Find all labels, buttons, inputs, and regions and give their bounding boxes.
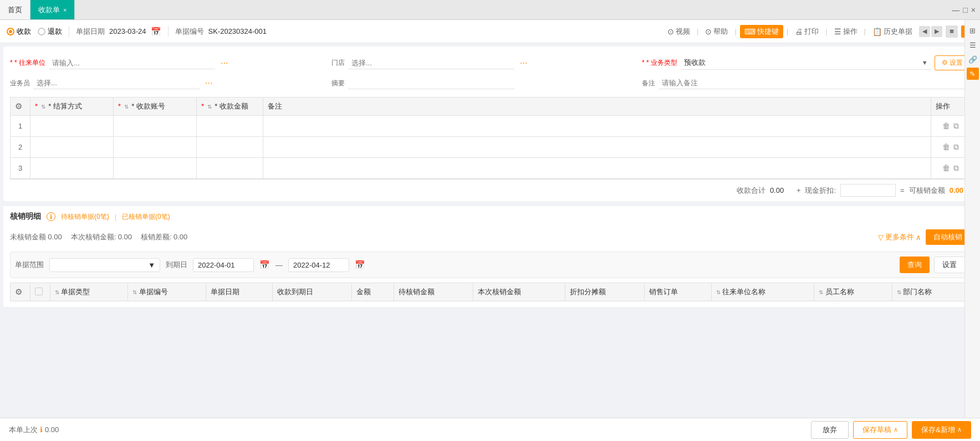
row-1-account[interactable] (114, 116, 197, 137)
row-1-delete-icon[interactable]: 🗑 (942, 121, 950, 131)
counterpart-input[interactable] (49, 57, 215, 69)
table-settings-icon[interactable]: ⚙ (15, 101, 22, 111)
row-1-method[interactable] (30, 116, 114, 137)
row-2-remark[interactable] (263, 137, 931, 158)
sidebar-edit-icon[interactable]: ✎ (967, 68, 979, 80)
counterpart-label: * 往来单位 (10, 58, 45, 68)
date-start-input[interactable] (193, 258, 254, 272)
row-1-amount[interactable] (197, 116, 263, 137)
select-all-checkbox[interactable] (35, 288, 43, 295)
sidebar-attach-icon[interactable]: 🔗 (967, 53, 979, 65)
salesperson-field: 业务员 ··· (10, 77, 298, 89)
window-minimize-btn[interactable]: — (952, 6, 959, 14)
query-settings-btn[interactable]: 设置 (934, 257, 965, 273)
remark-field: 备注 (642, 77, 970, 89)
store-input[interactable] (348, 57, 514, 69)
receipt-type-group: 收款 退款 (7, 27, 62, 37)
bt-col-number-label: 单据编号 (139, 288, 168, 296)
help-label: 帮助 (713, 27, 728, 37)
sidebar-list-icon[interactable]: ☰ (967, 39, 979, 51)
remark-input[interactable] (659, 77, 970, 89)
row-3-copy-icon[interactable]: ⧉ (953, 163, 959, 173)
history-btn[interactable]: 📋 历史单据 (869, 25, 916, 38)
row-2-actions: 🗑 ⧉ (931, 137, 970, 158)
salesperson-more-btn[interactable]: ··· (203, 78, 215, 88)
shortcut-btn[interactable]: ⌨ 快捷键 (740, 25, 783, 38)
help-btn[interactable]: ⊙ 帮助 (702, 25, 731, 38)
radio-refund[interactable]: 退款 (38, 27, 62, 37)
abstract-field: 摘要 (331, 77, 609, 89)
window-maximize-btn[interactable]: □ (963, 6, 967, 14)
date-end-input[interactable] (288, 258, 349, 272)
stats-row: 未核销金额 0.00 本次核销金额: 0.00 核销差额: 0.00 ▽ 更多条… (10, 226, 970, 248)
window-close-btn[interactable]: × (971, 6, 976, 14)
window-controls: — □ × (952, 6, 980, 14)
date-calendar-icon[interactable]: 📅 (151, 27, 161, 37)
verified-tab-link[interactable]: 已核销单据(0笔) (122, 212, 170, 222)
row-2-method[interactable] (30, 137, 114, 158)
footer-info-label: 本单上次 (9, 425, 38, 435)
operation-btn[interactable]: ☰ 操作 (831, 25, 861, 38)
divider-2 (168, 26, 169, 37)
filter-actions: ▽ 更多条件 ∧ 自动核销 (878, 229, 970, 245)
auto-verify-btn[interactable]: 自动核销 (926, 229, 970, 245)
row-3-amount[interactable] (197, 158, 263, 179)
row-2-amount[interactable] (197, 137, 263, 158)
abstract-label: 摘要 (331, 79, 345, 88)
bt-col-checkbox-header[interactable] (30, 283, 50, 301)
col-amount-header: * ⇅ * 收款金额 (197, 98, 263, 116)
next-arrow[interactable]: ▶ (931, 26, 942, 37)
tab-home[interactable]: 首页 (0, 0, 30, 19)
counterpart-more-btn[interactable]: ··· (218, 58, 230, 68)
discount-input[interactable] (840, 184, 896, 197)
query-btn[interactable]: 查询 (900, 257, 930, 273)
pending-tab-link[interactable]: 待核销单据(0笔) (61, 212, 109, 222)
print-btn[interactable]: 🖨 打印 (792, 25, 822, 38)
list-view-btn[interactable]: ≡ (946, 25, 958, 38)
row-1-remark[interactable] (263, 116, 931, 137)
row-3-delete-icon[interactable]: 🗑 (942, 163, 950, 173)
bt-col-settings-header[interactable]: ⚙ (11, 283, 30, 301)
verification-info-icon[interactable]: ℹ (47, 212, 55, 221)
row-2-copy-icon[interactable]: ⧉ (953, 142, 959, 152)
diff-value: 0.00 (173, 233, 187, 241)
save-new-btn[interactable]: 保存&新增 ∧ (912, 421, 971, 439)
footer-buttons: 放弃 保存草稿 ∧ 保存&新增 ∧ (811, 421, 971, 439)
abandon-btn[interactable]: 放弃 (811, 421, 849, 439)
radio-receipt[interactable]: 收款 (7, 27, 31, 37)
radio-receipt-label: 收款 (17, 27, 31, 37)
date-start-calendar-icon[interactable]: 📅 (259, 260, 270, 270)
prev-arrow[interactable]: ◀ (919, 26, 930, 37)
business-type-select[interactable]: 预收款 ▼ (681, 56, 931, 70)
save-draft-btn[interactable]: 保存草稿 ∧ (853, 421, 907, 439)
tab-close-icon[interactable]: × (63, 7, 67, 13)
footer-info-icon[interactable]: ℹ (40, 425, 43, 434)
bt-col-discount-label: 折扣分摊额 (570, 288, 606, 296)
row-1-copy-icon[interactable]: ⧉ (953, 121, 959, 131)
discount-label: 现金折扣: (805, 186, 836, 196)
more-conditions-btn[interactable]: ▽ 更多条件 ∧ (878, 232, 921, 242)
row-3-account[interactable] (114, 158, 197, 179)
col-settings-header[interactable]: ⚙ (11, 98, 30, 116)
abstract-input[interactable] (348, 77, 514, 89)
col-method-header: * ⇅ * 结算方式 (30, 98, 114, 116)
row-3-remark[interactable] (263, 158, 931, 179)
sidebar-table-icon[interactable]: ⊞ (967, 24, 979, 37)
video-btn[interactable]: ⊙ 视频 (664, 25, 693, 38)
salesperson-input[interactable] (33, 77, 200, 89)
range-select[interactable]: ▼ (49, 258, 160, 272)
bt-col-employee-header: ⇅ 员工名称 (814, 283, 892, 301)
plus-operator: + (797, 186, 801, 194)
bt-settings-icon[interactable]: ⚙ (15, 287, 22, 296)
tab-bar: 首页 收款单 × — □ × (0, 0, 980, 20)
col-remark-label: 备注 (268, 102, 282, 110)
row-2-delete-icon[interactable]: 🗑 (942, 142, 950, 152)
row-3-method[interactable] (30, 158, 114, 179)
store-more-btn[interactable]: ··· (518, 58, 529, 68)
store-label: 门店 (331, 58, 345, 68)
row-2-account[interactable] (114, 137, 197, 158)
date-end-calendar-icon[interactable]: 📅 (355, 260, 365, 270)
current-stat: 本次核销金额: 0.00 (71, 232, 132, 242)
operation-label: 操作 (843, 27, 858, 37)
tab-receipt[interactable]: 收款单 × (30, 0, 75, 19)
